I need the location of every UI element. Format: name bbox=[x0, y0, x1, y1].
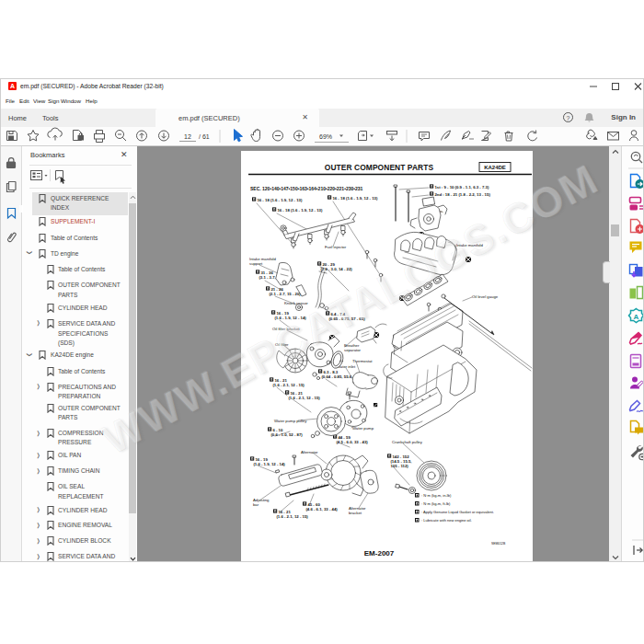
svg-text:: Lubricate with new engine oi: : Lubricate with new engine oil. bbox=[421, 518, 472, 523]
svg-text:Fuel injector: Fuel injector bbox=[325, 245, 347, 249]
svg-text:105 - 112): 105 - 112) bbox=[390, 464, 408, 468]
svg-text:/ 61: / 61 bbox=[199, 133, 210, 140]
svg-text:(4.5 - 6.0, 33 - 43): (4.5 - 6.0, 33 - 43) bbox=[336, 440, 368, 444]
svg-text:EM-2007: EM-2007 bbox=[364, 549, 395, 558]
svg-text:Oil level gauge: Oil level gauge bbox=[472, 294, 499, 299]
svg-text:(2.1 - 2.7, 15 - 20): (2.1 - 2.7, 15 - 20) bbox=[269, 292, 301, 296]
svg-text:OUTER COMPONENT PARTS: OUTER COMPONENT PARTS bbox=[325, 163, 434, 172]
svg-text:16 - 18 (1.6 - 1.9, 12 - 13): 16 - 18 (1.6 - 1.9, 12 - 13) bbox=[277, 208, 323, 213]
svg-text:: N·m (kg-m, in-lb): : N·m (kg-m, in-lb) bbox=[421, 493, 452, 498]
svg-text:A: A bbox=[634, 313, 639, 321]
svg-text:SEC. 120•140•147•150•163•164•2: SEC. 120•140•147•150•163•164•210•220•221… bbox=[250, 186, 363, 191]
svg-text:separator: separator bbox=[344, 348, 362, 352]
svg-text:16 - 18 (1.6 - 1.9, 12 - 13): 16 - 18 (1.6 - 1.9, 12 - 13) bbox=[257, 198, 303, 202]
svg-text:69%: 69% bbox=[319, 133, 332, 140]
svg-text:12: 12 bbox=[184, 133, 191, 140]
svg-text:(1.6 - 2.1, 12 - 15): (1.6 - 2.1, 12 - 15) bbox=[276, 514, 308, 519]
svg-text:Alternator: Alternator bbox=[301, 450, 318, 454]
svg-text:SEM012B: SEM012B bbox=[491, 542, 506, 546]
svg-text:bar: bar bbox=[253, 502, 259, 507]
svg-text:bracket: bracket bbox=[349, 511, 362, 515]
svg-text:: Apply Genuine Liquid Gasket: : Apply Genuine Liquid Gasket or equival… bbox=[421, 510, 494, 514]
svg-text:Crankshaft pulley: Crankshaft pulley bbox=[392, 440, 423, 444]
svg-text:(1.6 - 2.1, 12 - 15): (1.6 - 2.1, 12 - 15) bbox=[272, 383, 305, 387]
svg-text:1st : 9 - 10 (0.9 - 1.1, 6.3 -: 1st : 9 - 10 (0.9 - 1.1, 6.3 - 7.3) bbox=[434, 185, 489, 190]
svg-text:KA24DE: KA24DE bbox=[484, 165, 506, 170]
svg-text:Water pump: Water pump bbox=[352, 426, 374, 431]
svg-text:Thermostat: Thermostat bbox=[352, 359, 373, 363]
svg-text:2nd : 18 - 21 (1.8 - 2.2, 13 -: 2nd : 18 - 21 (1.8 - 2.2, 13 - 15) bbox=[434, 192, 490, 197]
svg-text:: N·m (kg-m, ft-lb): : N·m (kg-m, ft-lb) bbox=[421, 501, 451, 506]
svg-text:Water pump pulley: Water pump pulley bbox=[274, 419, 307, 423]
svg-text:(4.6 - 6.1, 33 - 44): (4.6 - 6.1, 33 - 44) bbox=[305, 507, 338, 512]
svg-text:16 - 18 (1.6 - 1.9, 12 - 13): 16 - 18 (1.6 - 1.9, 12 - 13) bbox=[332, 196, 378, 201]
svg-text:(1.6 - 1.9, 12 - 14): (1.6 - 1.9, 12 - 14) bbox=[253, 462, 285, 466]
svg-text:(1.6 - 2.1, 12 - 15): (1.6 - 2.1, 12 - 15) bbox=[288, 396, 320, 400]
